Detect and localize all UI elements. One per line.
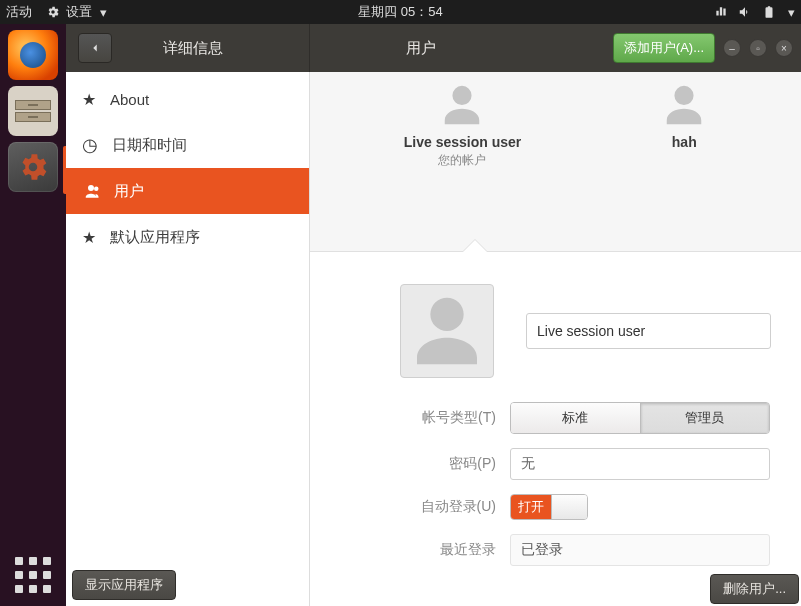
user-name: Live session user <box>404 134 522 150</box>
user-details: 帐号类型(T) 标准 管理员 密码(P) 无 自动登录(U) 打开 <box>310 252 801 606</box>
app-menu-label: 设置 <box>66 3 92 21</box>
system-menu[interactable]: ▾ <box>714 5 795 20</box>
titlebar: 详细信息 用户 添加用户(A)... – ▫ × <box>66 24 801 72</box>
sidebar-item-label: 日期和时间 <box>112 136 187 155</box>
gear-icon <box>46 5 60 19</box>
sidebar-item-about[interactable]: About <box>66 76 309 122</box>
chevron-down-icon: ▾ <box>100 5 107 20</box>
password-label: 密码(P) <box>340 455 510 473</box>
switch-on-label: 打开 <box>511 495 551 519</box>
sidebar-item-datetime[interactable]: 日期和时间 <box>66 122 309 168</box>
launcher-files[interactable] <box>8 86 58 136</box>
avatar-icon <box>439 82 485 128</box>
switch-knob <box>551 495 587 519</box>
back-button[interactable] <box>78 33 112 63</box>
window-close-button[interactable]: × <box>775 39 793 57</box>
header-title: 用户 <box>406 39 436 56</box>
account-type-admin[interactable]: 管理员 <box>641 403 770 433</box>
user-card-other[interactable]: hah <box>661 82 707 150</box>
sidebar-item-default-apps[interactable]: 默认应用程序 <box>66 214 309 260</box>
user-subtitle: 您的帐户 <box>438 152 486 169</box>
show-apps-overlay-button[interactable]: 显示应用程序 <box>72 570 176 600</box>
avatar-icon <box>407 291 487 371</box>
avatar-picker[interactable] <box>400 284 494 378</box>
battery-icon <box>762 5 776 19</box>
chevron-left-icon <box>88 41 102 55</box>
launcher-settings[interactable] <box>8 142 58 192</box>
full-name-input[interactable] <box>526 313 771 349</box>
account-type-label: 帐号类型(T) <box>340 409 510 427</box>
users-icon <box>82 182 100 200</box>
window-minimize-button[interactable]: – <box>723 39 741 57</box>
lastlogin-label: 最近登录 <box>340 541 510 559</box>
settings-window: 详细信息 用户 添加用户(A)... – ▫ × About 日期和时间 用户 <box>66 24 801 606</box>
clock-icon <box>82 134 98 156</box>
user-card-current[interactable]: Live session user 您的帐户 <box>404 82 522 169</box>
launcher <box>0 24 66 606</box>
sidebar-item-label: About <box>110 91 149 108</box>
selection-pointer <box>463 240 487 252</box>
settings-sidebar: About 日期和时间 用户 默认应用程序 <box>66 72 310 606</box>
sidebar-item-label: 默认应用程序 <box>110 228 200 247</box>
app-menu[interactable]: 设置 ▾ <box>46 3 107 21</box>
sidebar-item-users[interactable]: 用户 <box>66 168 309 214</box>
user-selector: Live session user 您的帐户 hah <box>310 72 801 252</box>
launcher-firefox[interactable] <box>8 30 58 80</box>
panel-clock[interactable]: 星期四 05：54 <box>358 3 443 21</box>
lastlogin-value: 已登录 <box>510 534 770 566</box>
delete-user-button[interactable]: 删除用户... <box>710 574 799 604</box>
add-user-button[interactable]: 添加用户(A)... <box>613 33 715 63</box>
autologin-label: 自动登录(U) <box>340 498 510 516</box>
account-type-standard[interactable]: 标准 <box>511 403 641 433</box>
activities-button[interactable]: 活动 <box>6 3 32 21</box>
chevron-down-icon: ▾ <box>788 5 795 20</box>
avatar-icon <box>661 82 707 128</box>
user-name: hah <box>672 134 697 150</box>
volume-icon <box>738 5 752 19</box>
window-maximize-button[interactable]: ▫ <box>749 39 767 57</box>
top-panel: 活动 设置 ▾ 星期四 05：54 ▾ <box>0 0 801 24</box>
network-icon <box>714 5 728 19</box>
star-icon <box>82 228 96 247</box>
sidebar-header-title: 详细信息 <box>112 39 309 58</box>
star-icon <box>82 90 96 109</box>
show-applications-button[interactable] <box>10 552 56 598</box>
account-type-toggle: 标准 管理员 <box>510 402 770 434</box>
sidebar-item-label: 用户 <box>114 182 144 201</box>
autologin-switch[interactable]: 打开 <box>510 494 588 520</box>
gear-wrench-icon <box>16 150 50 184</box>
content-area: Live session user 您的帐户 hah <box>310 72 801 606</box>
password-button[interactable]: 无 <box>510 448 770 480</box>
